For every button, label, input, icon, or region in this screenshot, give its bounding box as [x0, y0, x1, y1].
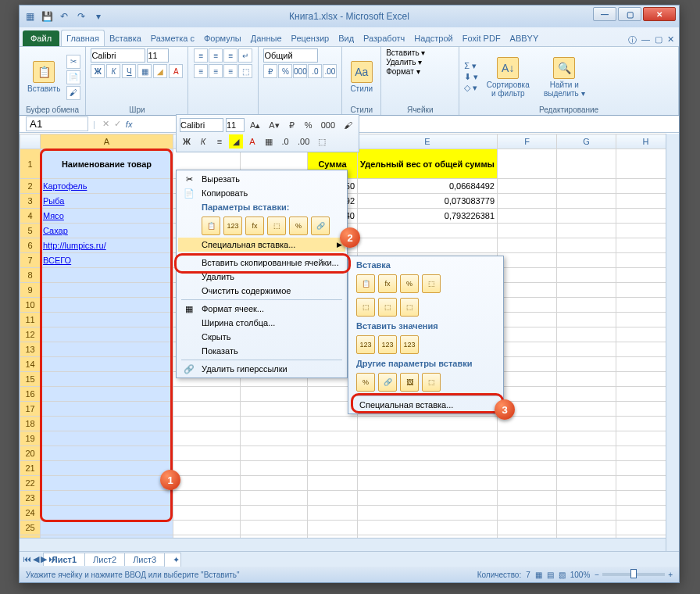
cell[interactable] — [557, 417, 616, 431]
row-header[interactable]: 13 — [20, 342, 41, 357]
mini-format-painter-icon[interactable]: 🖌 — [341, 118, 355, 132]
redo-icon[interactable]: ↷ — [74, 9, 88, 23]
cell[interactable] — [173, 476, 241, 491]
cell[interactable] — [308, 431, 358, 446]
cell[interactable] — [557, 268, 616, 283]
mini-align-icon[interactable]: ≡ — [212, 134, 227, 148]
cell[interactable] — [557, 342, 616, 357]
cell[interactable] — [41, 402, 173, 417]
tab-nav-next-icon[interactable]: ▶ — [41, 554, 47, 564]
vertical-scrollbar[interactable] — [666, 134, 679, 551]
sub-paste-widths-icon[interactable]: ⬚ — [356, 298, 375, 317]
mini-border-icon[interactable]: ▦ — [262, 134, 276, 148]
sub-paste-pct-icon[interactable]: % — [400, 274, 419, 293]
cell[interactable]: http://lumpics.ru/ — [41, 238, 173, 253]
row-header[interactable]: 16 — [20, 387, 41, 402]
sub-paste-all-icon[interactable]: 📋 — [356, 274, 375, 293]
cell[interactable] — [498, 209, 557, 224]
zoom-out-icon[interactable]: − — [595, 571, 599, 579]
tab-nav-prev-icon[interactable]: ◀ — [33, 554, 39, 564]
dec-dec-icon[interactable]: .00 — [323, 64, 337, 78]
tab-foxit[interactable]: Foxit PDF — [458, 30, 505, 46]
sub-paste-fmt-icon[interactable]: ⬚ — [400, 298, 419, 317]
sheet-tab-2[interactable]: Лист2 — [84, 553, 125, 566]
cell[interactable] — [557, 194, 616, 209]
find-select-button[interactable]: 🔍Найти и выделить ▾ — [538, 55, 591, 99]
cell[interactable] — [241, 506, 308, 521]
cell[interactable] — [358, 491, 498, 506]
cell[interactable] — [557, 209, 616, 224]
cell[interactable] — [557, 238, 616, 253]
wrap-icon[interactable]: ↵ — [238, 48, 252, 63]
align-mid-icon[interactable]: ≡ — [209, 48, 223, 63]
restore-doc-icon[interactable]: ▢ — [655, 34, 662, 46]
mini-font-name[interactable] — [180, 118, 223, 132]
cell[interactable] — [41, 342, 173, 357]
cell[interactable] — [557, 431, 616, 446]
cell[interactable] — [173, 417, 241, 431]
paste-transpose-icon[interactable]: ⬚ — [267, 216, 286, 235]
cell[interactable] — [557, 313, 616, 327]
cell[interactable] — [41, 446, 173, 461]
cell[interactable] — [241, 402, 308, 417]
cell[interactable] — [498, 461, 557, 476]
cell[interactable] — [41, 357, 173, 372]
cell[interactable] — [173, 506, 241, 521]
help-icon[interactable]: ⓘ — [628, 34, 637, 46]
cell[interactable] — [241, 476, 308, 491]
cell[interactable] — [557, 253, 616, 268]
cell[interactable]: 0,073083779 — [358, 194, 498, 209]
cell[interactable] — [557, 179, 616, 194]
align-left-icon[interactable]: ≡ — [194, 64, 208, 78]
paste-link-icon[interactable]: 🔗 — [311, 216, 330, 235]
cell[interactable] — [557, 149, 616, 179]
copy-icon[interactable]: 📄 — [66, 70, 80, 84]
autosum-icon[interactable]: Σ ▾ — [464, 61, 478, 71]
cell[interactable] — [241, 431, 308, 446]
cell[interactable] — [241, 446, 308, 461]
cell[interactable] — [308, 521, 358, 535]
cell[interactable] — [41, 387, 173, 402]
sub-other-pct-icon[interactable]: % — [356, 373, 375, 392]
cell[interactable] — [498, 446, 557, 461]
mini-fontcolor-icon[interactable]: A — [245, 134, 259, 148]
cell[interactable] — [308, 476, 358, 491]
tab-home[interactable]: Главная — [61, 30, 105, 46]
cancel-formula-icon[interactable]: ✕ — [102, 119, 109, 129]
cell[interactable] — [498, 506, 557, 521]
cell[interactable] — [358, 476, 498, 491]
cell[interactable] — [173, 461, 241, 476]
cell[interactable] — [557, 402, 616, 417]
sub-paste-trans-icon[interactable]: ⬚ — [378, 298, 397, 317]
tab-nav-last-icon[interactable]: ⏭ — [48, 554, 57, 564]
tab-abbyy[interactable]: ABBYY — [505, 30, 544, 46]
cell[interactable] — [498, 342, 557, 357]
number-format-select[interactable] — [263, 48, 318, 63]
mini-incdec-icon[interactable]: .0 — [278, 134, 292, 148]
maximize-button[interactable]: ▢ — [618, 7, 641, 21]
sub-val2-icon[interactable]: 123 — [378, 335, 397, 354]
mini-comma-icon[interactable]: 000 — [318, 118, 338, 132]
font-name-select[interactable] — [91, 48, 145, 63]
cell[interactable] — [241, 417, 308, 431]
row-header[interactable]: 12 — [20, 327, 41, 342]
cell[interactable] — [557, 298, 616, 313]
cell[interactable] — [41, 283, 173, 298]
cell[interactable] — [41, 268, 173, 283]
cell[interactable]: Картофель — [41, 179, 173, 194]
enter-formula-icon[interactable]: ✓ — [114, 119, 121, 129]
underline-button[interactable]: Ч — [122, 64, 136, 78]
sub-val3-icon[interactable]: 123 — [400, 335, 419, 354]
cell[interactable]: Наименование товар — [41, 149, 173, 179]
row-header[interactable]: 22 — [20, 476, 41, 491]
row-header[interactable]: 11 — [20, 313, 41, 327]
cell[interactable] — [498, 253, 557, 268]
file-tab[interactable]: Файл — [23, 30, 59, 46]
tab-formulas[interactable]: Формулы — [199, 30, 246, 46]
zoom-slider[interactable]: − + — [595, 571, 673, 579]
format-painter-icon[interactable]: 🖌 — [66, 86, 80, 100]
cell[interactable] — [498, 372, 557, 387]
tab-insert[interactable]: Вставка — [105, 30, 146, 46]
row-header[interactable]: 18 — [20, 417, 41, 431]
row-header[interactable]: 9 — [20, 283, 41, 298]
